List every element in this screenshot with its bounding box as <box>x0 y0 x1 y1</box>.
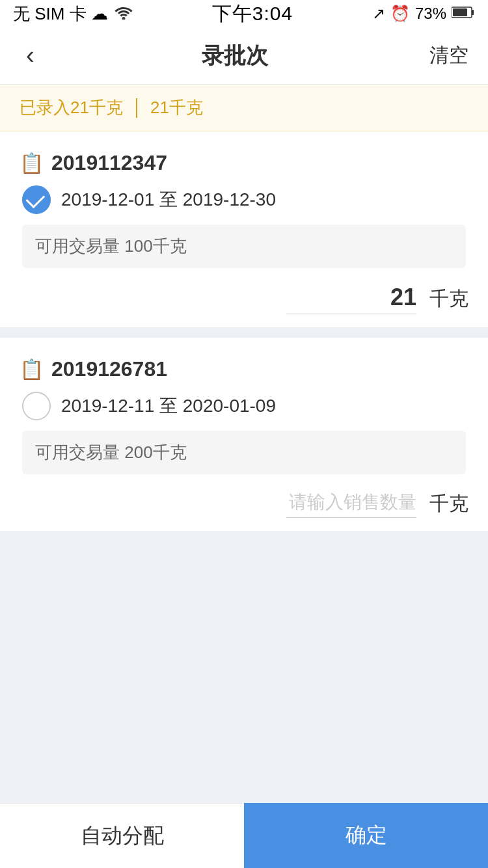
banner-divider <box>136 98 137 118</box>
qty-value-1: 21 <box>390 284 416 310</box>
batch-item-2: 📋 2019126781 2019-12-11 至 2020-01-09 可用交… <box>0 338 488 474</box>
recorded-amount: 已录入21千克 <box>20 96 123 119</box>
status-bar: 无 SIM 卡 ☁ 下午3:04 ↗ ⏰ 73% <box>0 0 488 27</box>
status-left: 无 SIM 卡 ☁ <box>13 3 133 25</box>
batch-header-1: 📋 2019112347 <box>20 151 468 175</box>
batch-date-row-2[interactable]: 2019-12-11 至 2020-01-09 <box>20 392 468 420</box>
alarm-icon: ⏰ <box>390 5 410 23</box>
available-qty-2: 可用交易量 200千克 <box>22 431 466 474</box>
location-icon: ↗ <box>372 5 385 23</box>
qty-row-1: 21 千克 <box>0 268 488 327</box>
available-qty-1: 可用交易量 100千克 <box>22 224 466 268</box>
batch-doc-icon-2: 📋 <box>20 358 44 381</box>
batch-id-2: 2019126781 <box>51 357 167 381</box>
batch-header-2: 📋 2019126781 <box>20 357 468 381</box>
svg-rect-1 <box>472 10 474 15</box>
svg-rect-2 <box>453 8 467 16</box>
batch-id-1: 2019112347 <box>51 151 167 175</box>
batch-checkbox-2[interactable] <box>22 392 51 420</box>
batch-checkbox-1[interactable] <box>22 185 51 214</box>
page-title: 录批次 <box>202 41 268 71</box>
batch-doc-icon-1: 📋 <box>20 152 44 174</box>
qty-input-1[interactable]: 21 <box>286 284 416 314</box>
batch-item-1: 📋 2019112347 2019-12-01 至 2019-12-30 可用交… <box>0 131 488 268</box>
qty-input-2[interactable]: 请输入销售数量 <box>286 490 416 518</box>
total-amount: 21千克 <box>150 96 203 119</box>
battery-icon <box>452 5 475 23</box>
status-time: 下午3:04 <box>212 1 293 27</box>
clear-button[interactable]: 清空 <box>429 42 468 69</box>
qty-unit-1: 千克 <box>429 286 468 312</box>
auto-distribute-button[interactable]: 自动分配 <box>0 803 244 868</box>
batch-date-row-1[interactable]: 2019-12-01 至 2019-12-30 <box>20 185 468 214</box>
nav-bar: ‹ 录批次 清空 <box>0 27 488 85</box>
batch-date-2: 2019-12-11 至 2020-01-09 <box>61 394 276 418</box>
back-button[interactable]: ‹ <box>20 35 41 76</box>
section-divider <box>0 327 488 338</box>
battery-percent: 73% <box>415 5 446 23</box>
wifi-icon <box>115 4 133 24</box>
empty-area <box>0 531 488 824</box>
status-right: ↗ ⏰ 73% <box>372 5 475 23</box>
bottom-actions: 自动分配 确定 <box>0 803 488 868</box>
qty-placeholder-2: 请输入销售数量 <box>289 492 416 512</box>
qty-unit-2: 千克 <box>429 491 468 517</box>
confirm-button[interactable]: 确定 <box>244 803 488 868</box>
info-banner: 已录入21千克 21千克 <box>0 85 488 131</box>
qty-row-2: 请输入销售数量 千克 <box>0 474 488 531</box>
sim-label: 无 SIM 卡 ☁ <box>13 3 108 25</box>
batch-date-1: 2019-12-01 至 2019-12-30 <box>61 187 276 212</box>
